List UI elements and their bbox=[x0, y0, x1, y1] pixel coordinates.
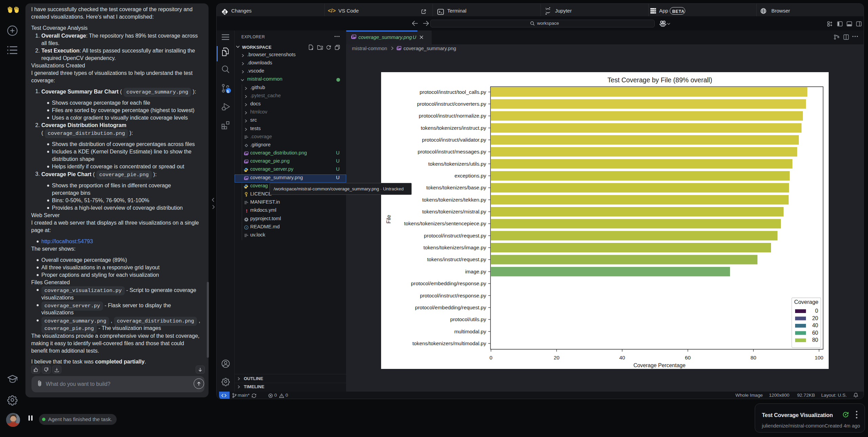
svg-text:tokens/tokenizers/tekken.py: tokens/tokenizers/tekken.py bbox=[422, 197, 486, 203]
svg-text:tokens/tokenizers/instruct.py: tokens/tokenizers/instruct.py bbox=[421, 125, 486, 131]
svg-text:protocol/utils.py: protocol/utils.py bbox=[450, 316, 487, 322]
svg-text:20: 20 bbox=[554, 355, 559, 360]
svg-text:tokens/instruct/request.py: tokens/instruct/request.py bbox=[427, 256, 487, 262]
svg-text:Coverage Percentage: Coverage Percentage bbox=[633, 362, 686, 368]
svg-text:Coverage: Coverage bbox=[794, 299, 818, 305]
svg-text:protocol/instruct/response.py: protocol/instruct/response.py bbox=[420, 293, 486, 298]
svg-text:Test Coverage by File (89% ove: Test Coverage by File (89% overall) bbox=[608, 76, 712, 84]
svg-text:tokens/tokenizers/utils.py: tokens/tokenizers/utils.py bbox=[428, 161, 486, 167]
svg-text:80: 80 bbox=[751, 355, 756, 360]
svg-text:60: 60 bbox=[685, 355, 691, 360]
svg-text:0: 0 bbox=[815, 308, 818, 314]
svg-text:tokens/tokenizers/multimodal.p: tokens/tokenizers/multimodal.py bbox=[412, 340, 486, 346]
svg-text:40: 40 bbox=[619, 355, 625, 360]
svg-text:multimodal.py: multimodal.py bbox=[454, 329, 487, 334]
svg-text:File: File bbox=[386, 215, 392, 224]
svg-text:protocol/instruct/request.py: protocol/instruct/request.py bbox=[424, 233, 486, 238]
svg-text:exceptions.py: exceptions.py bbox=[454, 173, 486, 179]
svg-text:100: 100 bbox=[815, 355, 824, 360]
svg-text:protocol/embedding/request.py: protocol/embedding/request.py bbox=[415, 305, 486, 310]
svg-text:60: 60 bbox=[812, 330, 818, 336]
svg-text:80: 80 bbox=[812, 337, 818, 343]
svg-text:image.py: image.py bbox=[465, 269, 486, 274]
svg-text:tokens/tokenizers/base.py: tokens/tokenizers/base.py bbox=[426, 185, 486, 190]
svg-text:protocol/instruct/messages.py: protocol/instruct/messages.py bbox=[418, 149, 487, 154]
svg-text:tokens/tokenizers/mistral.py: tokens/tokenizers/mistral.py bbox=[422, 209, 486, 214]
svg-text:0: 0 bbox=[490, 355, 493, 360]
svg-text:tokens/tokenizers/image.py: tokens/tokenizers/image.py bbox=[423, 245, 487, 250]
svg-text:20: 20 bbox=[812, 315, 818, 321]
svg-text:protocol/instruct/validator.py: protocol/instruct/validator.py bbox=[422, 137, 486, 143]
svg-text:tokens/tokenizers/sentencepiec: tokens/tokenizers/sentencepiece.py bbox=[404, 221, 487, 226]
svg-text:protocol/instruct/normalize.py: protocol/instruct/normalize.py bbox=[419, 113, 486, 119]
svg-text:protocol/instruct/tool_calls.p: protocol/instruct/tool_calls.py bbox=[420, 89, 487, 95]
svg-text:40: 40 bbox=[812, 322, 818, 328]
svg-text:protocol/embedding/response.py: protocol/embedding/response.py bbox=[411, 280, 486, 286]
svg-text:protocol/instruct/converters.p: protocol/instruct/converters.py bbox=[417, 101, 486, 107]
